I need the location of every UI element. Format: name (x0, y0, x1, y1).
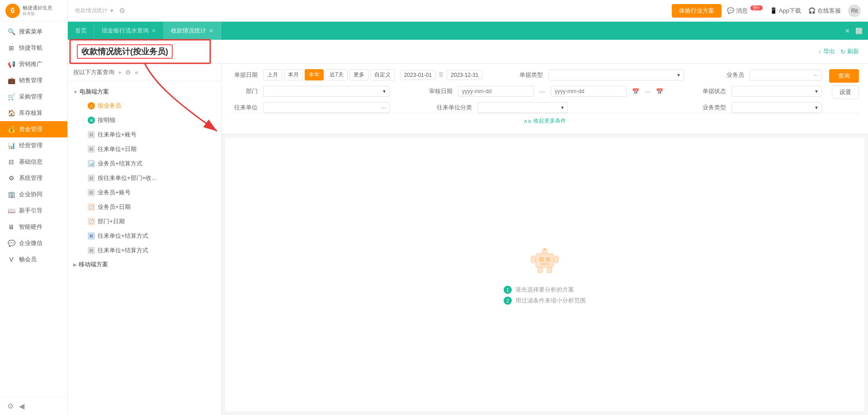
scheme-salesperson-method[interactable]: 📊 业务员+结算方式 (75, 156, 221, 171)
date-btn-7days[interactable]: 近7天 (326, 69, 348, 80)
desktop-scheme-group[interactable]: ▼ 电脑端方案 (68, 85, 221, 99)
sidebar-item-sales[interactable]: 💼 销售管理 (0, 72, 67, 89)
tab-collection[interactable]: 收款情况统计 ✕ (164, 22, 221, 40)
biz-type-select[interactable]: ▾ (731, 102, 822, 113)
partner-select[interactable]: ··· (263, 102, 390, 113)
date-from-value[interactable]: 2023-01-01 (400, 70, 436, 80)
scheme-pm2-label: 往来单位+结算方式 (98, 246, 148, 255)
topbar-gear-icon[interactable]: ⚙ (119, 6, 125, 15)
empty-state: 1 请先选择要分析的方案 2 用过滤条件来缩小分析范围 (504, 242, 586, 307)
tab-home[interactable]: 首页 (68, 22, 94, 40)
tab-collection-close[interactable]: ✕ (209, 28, 213, 34)
scheme-partner-acc-icon: ⊟ (88, 131, 95, 138)
tip-item-2: 2 用过滤条件来缩小分析范围 (504, 297, 586, 305)
online-service-label: 在线客服 (817, 7, 841, 15)
guide-icon: 📖 (7, 207, 15, 214)
breadcrumb-chevron[interactable]: ▾ (110, 7, 113, 14)
message-label: 消息 (736, 7, 748, 15)
review-date-label: 审核日期 (425, 87, 453, 95)
review-date-dash: — (539, 88, 545, 95)
partner-more[interactable]: ··· (381, 104, 386, 111)
collapse-sidebar-icon[interactable]: ◀ (19, 402, 24, 410)
salesperson-more-btn[interactable]: ··· (813, 72, 818, 78)
message-action[interactable]: 💬 消息 99+ (727, 7, 763, 15)
sidebar-item-member[interactable]: V 畅会员 (0, 251, 67, 268)
review-date-cal1[interactable]: 📅 (632, 88, 639, 95)
online-service-action[interactable]: 🎧 在线客服 (808, 7, 841, 15)
collapse-up-icon: ∧∧ (524, 118, 532, 124)
sidebar-item-quicknav[interactable]: ⊞ 快捷导航 (0, 40, 67, 56)
scheme-partner-date-label: 往来单位+日期 (98, 145, 137, 153)
scheme-partner-method1[interactable]: ⊞ 往来单位+结算方式 (75, 229, 221, 243)
topbar: 收款情况统计 ▾ ⚙ 体验行业方案 💬 消息 99+ 📱 App下载 🎧 在线客… (68, 0, 868, 22)
date-range-input: 2023-01-01 至 2023-12-31 (400, 70, 483, 80)
date-to-value[interactable]: 2023-12-31 (447, 70, 482, 80)
review-date-from[interactable] (458, 86, 534, 97)
sidebar-item-search[interactable]: 🔍 搜索菜单 (0, 24, 67, 40)
scheme-dept-date[interactable]: 🕐 部门+日期 (75, 214, 221, 229)
breadcrumb: 收款情况统计 ▾ (75, 7, 113, 14)
scheme-settings-icon[interactable]: ⚙ (125, 69, 131, 76)
app-download-action[interactable]: 📱 App下载 (770, 7, 801, 15)
sidebar-item-purchase[interactable]: 🛒 采购管理 (0, 89, 67, 105)
close-window-icon[interactable]: ✕ (845, 28, 850, 34)
sidebar-item-inventory[interactable]: 🏠 库存核算 (0, 105, 67, 121)
scheme-partner-date[interactable]: ⊟ 往来单位+日期 (75, 142, 221, 156)
status-select[interactable]: ▾ (731, 86, 822, 97)
demo-btn[interactable]: 体验行业方案 (672, 4, 722, 18)
sidebar-item-hardware[interactable]: 🖥 智能硬件 (0, 219, 67, 235)
salesperson-select[interactable]: ··· (750, 70, 822, 80)
review-date-to[interactable] (551, 86, 627, 97)
collapse-panel-icon[interactable]: « (135, 69, 138, 76)
content-area: 按以下方案查询 + ⚙ « ▼ 电脑端方案 人 按业务员 ⊞ 按明细 (68, 64, 868, 415)
sidebar-item-guide[interactable]: 📖 新手引导 (0, 203, 67, 219)
tab-bank-close[interactable]: ✕ (151, 28, 156, 34)
tab-spacer (221, 22, 840, 40)
collapse-filter-bar[interactable]: ∧∧ 收起更多条件 (231, 113, 859, 128)
filter-settings-button[interactable]: 设置 (832, 85, 859, 99)
tip-num-1: 1 (504, 286, 512, 294)
export-button[interactable]: ↑ 导出 (819, 47, 835, 56)
review-date-cal2[interactable]: 📅 (656, 88, 663, 95)
scheme-pm1-icon: ⊞ (88, 232, 95, 240)
dept-select[interactable]: ▾ (263, 86, 390, 97)
settings-bottom-icon[interactable]: ⚙ (7, 402, 14, 410)
mobile-scheme-group[interactable]: ▶ 移动端方案 (68, 258, 221, 271)
query-button[interactable]: 查询 (829, 69, 859, 83)
tab-bank-label: 现金银行流水查询 (102, 27, 149, 35)
sidebar-item-label: 新手引导 (19, 207, 42, 215)
add-scheme-icon[interactable]: + (118, 69, 122, 76)
refresh-button[interactable]: ↻ 刷新 (840, 47, 859, 56)
sidebar-item-collab[interactable]: 🏢 企业协同 (0, 186, 67, 203)
sidebar-item-marketing[interactable]: 📢 营销推广 (0, 56, 67, 72)
sidebar-item-wechat[interactable]: 💬 企业微信 (0, 235, 67, 251)
scheme-partner-method2[interactable]: ⊟ 往来单位+结算方式 (75, 243, 221, 258)
type-select[interactable]: ▾ (548, 70, 684, 80)
scheme-by-detail[interactable]: ⊞ 按明细 (75, 113, 221, 127)
scheme-salesperson-date[interactable]: 🕐 业务员+日期 (75, 200, 221, 214)
svg-rect-9 (547, 267, 552, 273)
scheme-salesperson-account[interactable]: ⊟ 业务员+账号 (75, 185, 221, 200)
partner-cat-chevron: ▾ (561, 104, 564, 111)
date-btn-custom[interactable]: 自定义 (370, 69, 395, 80)
sidebar-item-system[interactable]: ⚙ 系统管理 (0, 170, 67, 186)
scheme-detail-label: 按明细 (98, 116, 115, 124)
partner-category-select[interactable]: ▾ (477, 102, 568, 113)
date-btn-more[interactable]: 更多 (349, 69, 368, 80)
maximize-icon[interactable]: ⬜ (855, 28, 863, 34)
date-btn-this-month[interactable]: 本月 (284, 69, 303, 80)
date-btn-this-year[interactable]: 本年 (305, 69, 324, 80)
sidebar-nav: 🔍 搜索菜单 ⊞ 快捷导航 📢 营销推广 💼 销售管理 🛒 采购管理 🏠 库存核… (0, 22, 67, 397)
scheme-partner-account[interactable]: ⊟ 往来单位+账号 (75, 127, 221, 142)
user-avatar[interactable]: Rit (848, 5, 861, 17)
scheme-sp-acc-icon: ⊟ (88, 189, 95, 196)
scheme-salesperson-icon: 人 (88, 102, 95, 109)
sidebar-item-basic[interactable]: ⊟ 基础信息 (0, 154, 67, 170)
tab-bank[interactable]: 现金银行流水查询 ✕ (94, 22, 164, 40)
sidebar-item-operation[interactable]: 📊 经营管理 (0, 137, 67, 154)
scheme-by-salesperson[interactable]: 人 按业务员 (75, 99, 221, 113)
date-btn-last-month[interactable]: 上月 (263, 69, 282, 80)
sidebar-item-finance[interactable]: 💰 资金管理 (0, 121, 67, 137)
scheme-by-partner-dept[interactable]: ⊟ 按往来单位+部门+收... (75, 171, 221, 185)
tab-collection-label: 收款情况统计 (171, 27, 206, 35)
